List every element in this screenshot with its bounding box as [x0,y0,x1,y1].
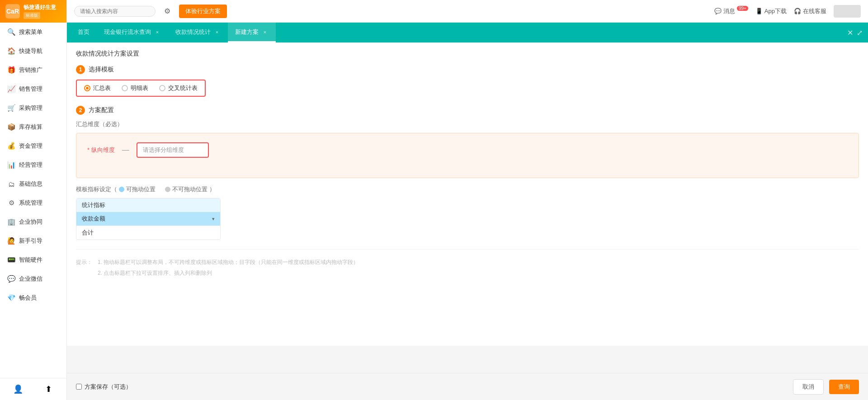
tab-collection-stats-close[interactable]: × [213,28,221,36]
arrow-icon: — [122,146,129,154]
tabbar-expand-icon[interactable]: ⤢ [857,28,863,37]
user-icon: 👤 [13,384,23,394]
sidebar-item-enterprise-collab[interactable]: 🏢 企业协同 [0,212,66,231]
sidebar-bottom-btn-1[interactable]: 👤 [4,382,33,396]
hardware-icon: 📟 [7,256,15,264]
notification-item[interactable]: 💬 消息 99+ [714,7,748,15]
config-section: 汇总维度（必选） * 纵向维度 — 请选择分组维度 模板 [76,120,859,278]
radio-circle-summary [84,85,90,91]
support-label: 在线客服 [803,7,826,15]
sidebar-item-search[interactable]: 🔍 搜索菜单 [0,23,66,42]
user-avatar[interactable] [834,5,861,18]
section-number-2: 2 [76,106,85,115]
tab-collection-stats[interactable]: 收款情况统计 × [168,23,228,42]
tab-bank-flow-close[interactable]: × [154,28,161,36]
topbar: ⚙ 体验行业方案 💬 消息 99+ 📱 App下载 🎧 在线客服 [67,0,868,23]
cancel-button[interactable]: 取消 [793,379,824,395]
download-icon: 📱 [755,8,763,14]
support-item[interactable]: 🎧 在线客服 [794,7,826,15]
search-icon: 🔍 [7,28,15,36]
sidebar-label-operations: 经营管理 [19,161,42,169]
save-checkbox[interactable] [76,384,82,390]
metrics-header-row: 模板指标设定（ 可拖动位置 不可拖动位置 ） [76,185,859,193]
search-input[interactable] [74,6,156,17]
save-label: 方案保存（可选） [85,383,132,391]
topbar-right: 💬 消息 99+ 📱 App下载 🎧 在线客服 [714,5,861,18]
radio-circle-cross [159,85,165,91]
sidebar-item-smart-hardware[interactable]: 📟 智能硬件 [0,250,66,269]
sidebar-label-marketing: 营销推广 [19,66,42,74]
content-area: 收款情况统计方案设置 1 选择模板 汇总表 明细表 [67,42,868,373]
page-title: 收款情况统计方案设置 [76,50,859,58]
notification-label: 消息 [723,7,735,15]
tab-new-plan-close[interactable]: × [261,28,269,36]
sidebar-item-system[interactable]: ⚙ 系统管理 [0,193,66,212]
tabbar-close-icon[interactable]: ✕ [847,28,853,37]
dimension-row: * 纵向维度 — 请选择分组维度 [87,142,848,158]
sidebar-item-inventory[interactable]: 📦 库存核算 [0,118,66,136]
metrics-table-header: 统计指标 [76,198,220,212]
gear-icon[interactable]: ⚙ [161,5,174,18]
logo-badge: 标准版 [24,12,40,19]
sidebar-item-enterprise-wechat[interactable]: 💬 企业微信 [0,269,66,288]
section-config-header: 2 方案配置 [76,106,859,115]
radio-summary-label: 汇总表 [93,84,111,92]
sidebar-item-basic-info[interactable]: 🗂 基础信息 [0,174,66,193]
download-label: App下载 [764,7,787,15]
sidebar-bottom: 👤 ⬆ [0,378,66,400]
section-number-1: 1 [76,65,85,74]
inventory-icon: 📦 [7,123,15,131]
tab-collection-stats-label: 收款情况统计 [175,28,211,36]
tab-bank-flow[interactable]: 现金银行流水查询 × [97,23,168,42]
radio-cross[interactable]: 交叉统计表 [159,84,198,92]
tab-new-plan[interactable]: 新建方案 × [228,23,276,42]
dimension-select[interactable]: 请选择分组维度 [137,142,209,158]
legend-dot-draggable [119,187,124,192]
sidebar-logo: CaR 畅捷通好生意 标准版 [0,0,66,23]
legend-draggable-label: 可拖动位置 [126,185,156,193]
system-icon: ⚙ [7,199,15,207]
save-checkbox-label[interactable]: 方案保存（可选） [76,383,132,391]
trial-button[interactable]: 体验行业方案 [179,5,227,18]
tabbar-right: ✕ ⤢ [847,23,864,42]
sidebar-item-purchase[interactable]: 🛒 采购管理 [0,99,66,118]
query-button[interactable]: 查询 [829,380,859,394]
radio-summary[interactable]: 汇总表 [84,84,111,92]
footer: 方案保存（可选） 取消 查询 [67,373,868,400]
dimension-area: * 纵向维度 — 请选择分组维度 [76,133,859,178]
gift-icon: 🎁 [7,66,15,74]
dimension-label: 汇总维度（必选） [76,120,859,128]
sidebar-item-marketing[interactable]: 🎁 营销推广 [0,61,66,80]
tip-2: 2. 点击标题栏下拉可设置排序、插入列和删除列 [76,268,859,278]
radio-cross-label: 交叉统计表 [168,84,198,92]
expand-icon: ⬆ [45,384,52,394]
legend-draggable: 可拖动位置 [119,185,156,193]
sidebar-item-member[interactable]: 💎 畅会员 [0,288,66,307]
finance-icon: 💰 [7,142,15,150]
sidebar-item-quick-nav[interactable]: 🏠 快捷导航 [0,42,66,61]
metrics-table: 统计指标 收款金额 ▾ 合计 [76,198,221,240]
sidebar-label-quick-nav: 快捷导航 [19,47,42,55]
radio-detail[interactable]: 明细表 [122,84,148,92]
tab-home[interactable]: 首页 [71,23,97,42]
legend-fixed: 不可拖动位置 [165,185,208,193]
sidebar-item-beginner[interactable]: 🙋 新手引导 [0,231,66,250]
dimension-select-placeholder: 请选择分组维度 [143,146,184,153]
beginner-icon: 🙋 [7,237,15,245]
logo-text: 畅捷通好生意 [24,4,56,11]
headset-icon: 🎧 [794,8,801,14]
sidebar-nav: 🔍 搜索菜单 🏠 快捷导航 🎁 营销推广 📈 销售管理 🛒 采购管理 📦 库存核… [0,23,66,378]
sidebar-item-finance[interactable]: 💰 资金管理 [0,136,66,155]
logo-icon: CaR [5,4,20,19]
logo-info: 畅捷通好生意 标准版 [24,4,56,19]
download-item[interactable]: 📱 App下载 [755,7,787,15]
radio-circle-detail [122,85,128,91]
wechat-icon: 💬 [7,275,15,283]
sidebar-item-operations[interactable]: 📊 经营管理 [0,155,66,174]
sidebar-item-sales[interactable]: 📈 销售管理 [0,80,66,99]
metrics-amount-row[interactable]: 收款金额 ▾ [76,212,220,226]
tips-section: 提示： 1. 拖动标题栏可以调整布局，不可跨维度或指标区域拖动；目字段（只能在同… [76,249,859,278]
section-template-header: 1 选择模板 [76,65,859,74]
metrics-separator [157,185,163,193]
sidebar-bottom-btn-2[interactable]: ⬆ [34,382,63,396]
